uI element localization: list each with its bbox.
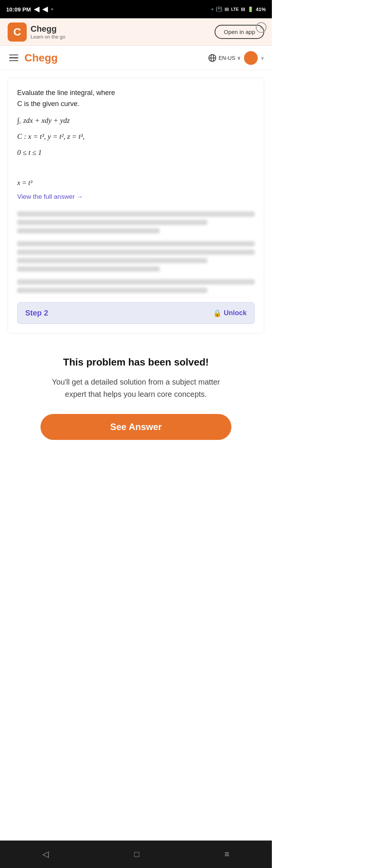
dot-indicator: •: [51, 5, 53, 14]
step2-unlock-bar[interactable]: Step 2 🔒 Unlock: [17, 302, 255, 324]
avatar-chevron-down-icon[interactable]: ∨: [261, 55, 264, 61]
blur-line: [17, 258, 207, 263]
bottom-nav-bar: ◁ □ ≡: [0, 841, 272, 868]
nav-bar: Chegg EN-US ∨ ∨: [0, 46, 272, 70]
app-banner: C Chegg Learn on the go Open in app ×: [0, 18, 272, 46]
integral-expression: ∫꜀ zdx + xdy + ydz: [17, 114, 255, 127]
lte-label: LTE: [231, 7, 239, 11]
bottom-spacer: [0, 451, 272, 512]
blur-line: [17, 220, 207, 225]
language-label: EN-US: [218, 55, 235, 61]
blur-line: [17, 250, 255, 255]
step2-label: Step 2: [25, 309, 48, 317]
see-answer-button[interactable]: See Answer: [40, 414, 231, 440]
blur-group-2: [17, 241, 255, 272]
blur-line: [17, 266, 160, 272]
home-button[interactable]: □: [123, 845, 150, 863]
question-intro: Evaluate the line integral, where C is t…: [17, 87, 255, 110]
signal-icon-2: lll: [241, 6, 245, 12]
back-button[interactable]: ◁: [31, 845, 60, 863]
blur-line: [17, 241, 255, 246]
app-tagline: Learn on the go: [31, 34, 65, 40]
app-name: Chegg: [31, 24, 65, 34]
answer-step-expression: x = t³: [17, 179, 255, 187]
dot-indicator-right: •: [211, 5, 213, 13]
chegg-nav-logo: Chegg: [24, 52, 58, 64]
math-expression-block: ∫꜀ zdx + xdy + ydz C : x = t³, y = t², z…: [17, 114, 255, 159]
lock-icon: 🔒: [213, 309, 221, 317]
blur-line: [17, 228, 160, 234]
battery-level: 41%: [256, 6, 266, 12]
status-bar: 10:09 PM ◀ ◀ • • 📳 lll LTE lll 🔋 41%: [0, 0, 272, 18]
question-card: Evaluate the line integral, where C is t…: [8, 78, 264, 333]
solved-title: This problem has been solved!: [11, 356, 260, 368]
blurred-answer-content: [17, 211, 255, 293]
curve-definition: C : x = t³, y = t², z = t³,: [17, 130, 255, 143]
blur-line: [17, 288, 207, 293]
solved-description: You'll get a detailed solution from a su…: [40, 376, 231, 400]
logo-text: Chegg Learn on the go: [31, 24, 65, 40]
nav-arrow-icon-2: ◀: [42, 5, 48, 13]
blur-group-1: [17, 211, 255, 234]
nav-right: EN-US ∨ ∨: [208, 51, 264, 65]
close-banner-button[interactable]: ×: [256, 22, 267, 33]
chegg-logo-icon: C: [8, 23, 27, 42]
vibrate-icon: 📳: [216, 6, 222, 12]
user-avatar[interactable]: [244, 51, 258, 65]
nav-arrow-icon: ◀: [34, 5, 39, 13]
language-selector[interactable]: EN-US ∨: [208, 54, 241, 62]
hamburger-menu[interactable]: [8, 53, 20, 63]
unlock-text: Unlock: [224, 309, 247, 317]
banner-logo: C Chegg Learn on the go: [8, 23, 65, 42]
blur-line: [17, 211, 255, 217]
unlock-label[interactable]: 🔒 Unlock: [213, 309, 247, 317]
nav-left: Chegg: [8, 52, 58, 64]
blur-line: [17, 279, 255, 285]
view-full-answer-link[interactable]: View the full answer →: [17, 193, 255, 201]
menu-button[interactable]: ≡: [213, 845, 241, 863]
solved-banner: This problem has been solved! You'll get…: [0, 341, 272, 451]
t-range: 0 ≤ t ≤ 1: [17, 146, 255, 159]
status-time: 10:09 PM ◀ ◀ •: [6, 5, 53, 14]
main-content: Evaluate the line integral, where C is t…: [0, 70, 272, 341]
status-right: • 📳 lll LTE lll 🔋 41%: [211, 5, 266, 13]
battery-icon: 🔋: [247, 6, 254, 12]
globe-icon: [208, 54, 217, 62]
signal-icon: lll: [225, 6, 229, 12]
answer-section: x = t³ View the full answer →: [17, 171, 255, 324]
blur-group-3: [17, 279, 255, 293]
chevron-down-icon: ∨: [237, 55, 241, 61]
